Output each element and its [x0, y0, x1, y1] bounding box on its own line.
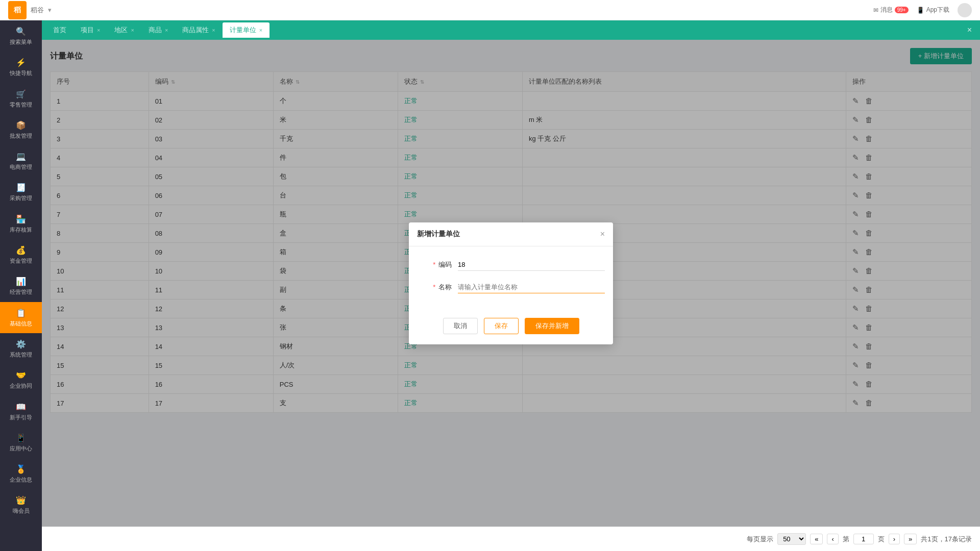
tab-goods-close[interactable]: × — [165, 27, 168, 33]
next-page-btn[interactable]: › — [889, 534, 900, 544]
message-btn[interactable]: ✉ 消息 99+ — [873, 6, 909, 14]
sidebar-item-label: 系统管理 — [10, 351, 32, 358]
page-content: 计量单位 + 新增计量单位 序号 编码 ⇅ 名称 ⇅ 状态 ⇅ 计量单位匹配的名… — [42, 40, 980, 527]
page-number-input[interactable] — [853, 534, 874, 544]
tab-region-label: 地区 — [114, 26, 128, 35]
sidebar-item-app-center[interactable]: 📱 应用中心 — [0, 427, 42, 458]
tab-project-close[interactable]: × — [97, 27, 100, 33]
add-unit-modal: 新增计量单位 × * 编码 * 名称 — [409, 222, 613, 344]
code-input[interactable] — [458, 259, 605, 271]
tab-unit-close[interactable]: × — [259, 27, 262, 33]
chart-icon: 📊 — [16, 277, 26, 286]
sidebar-item-label: 零售管理 — [10, 101, 32, 108]
gear-icon: ⚙️ — [16, 339, 26, 349]
sidebar-item-wholesale[interactable]: 📦 批发管理 — [0, 114, 42, 145]
sidebar-item-label: 企业信息 — [10, 476, 32, 483]
prev-page-btn[interactable]: ‹ — [827, 534, 838, 544]
sidebar-item-search[interactable]: 🔍 搜索菜单 — [0, 20, 42, 52]
header-right: ✉ 消息 99+ 📱 App下载 — [873, 3, 972, 17]
message-icon: ✉ — [873, 7, 878, 14]
required-star-2: * — [433, 283, 435, 291]
sidebar-item-label: 基础信息 — [10, 320, 32, 327]
sidebar-item-quick-nav[interactable]: ⚡ 快捷导航 — [0, 52, 42, 83]
sidebar-item-member[interactable]: 👑 嗨会员 — [0, 489, 42, 520]
receipt-icon: 🧾 — [16, 183, 26, 192]
sidebar-item-basic-info[interactable]: 📋 基础信息 — [0, 302, 42, 333]
sidebar-item-purchase[interactable]: 🧾 采购管理 — [0, 177, 42, 208]
sidebar-item-label: 资金管理 — [10, 257, 32, 264]
search-icon: 🔍 — [16, 27, 26, 36]
mobile-icon: 📱 — [16, 433, 26, 443]
modal-overlay: 新增计量单位 × * 编码 * 名称 — [42, 40, 980, 527]
warehouse-icon: 🏪 — [16, 214, 26, 224]
content-area: 首页 项目 × 地区 × 商品 × 商品属性 × 计量单位 × × — [42, 20, 980, 551]
first-page-btn[interactable]: « — [810, 534, 823, 544]
logo-dropdown-icon[interactable]: ▾ — [48, 6, 52, 14]
sidebar-item-retail[interactable]: 🛒 零售管理 — [0, 83, 42, 114]
sidebar-item-label: 经营管理 — [10, 288, 32, 295]
sidebar-item-finance[interactable]: 💰 资金管理 — [0, 239, 42, 270]
tab-goods[interactable]: 商品 × — [141, 22, 175, 38]
save-button[interactable]: 保存 — [484, 318, 519, 334]
crown-icon: 👑 — [16, 495, 26, 505]
form-code-row: * 编码 — [417, 259, 605, 271]
message-label: 消息 — [880, 6, 893, 14]
tab-unit-label: 计量单位 — [230, 26, 256, 35]
tab-goods-attr-label: 商品属性 — [182, 26, 209, 35]
form-name-row: * 名称 — [417, 281, 605, 293]
tab-unit[interactable]: 计量单位 × — [223, 22, 270, 38]
tab-project[interactable]: 项目 × — [74, 22, 107, 38]
tab-goods-attr[interactable]: 商品属性 × — [175, 22, 222, 38]
cart-icon: 🛒 — [16, 89, 26, 99]
logo-area: 稻 稻谷 ▾ — [8, 1, 52, 19]
last-page-btn[interactable]: » — [904, 534, 917, 544]
page-suffix: 页 — [878, 535, 885, 544]
tab-goods-label: 商品 — [149, 26, 162, 35]
tab-project-label: 项目 — [81, 26, 94, 35]
sidebar-item-enterprise[interactable]: 🏅 企业信息 — [0, 458, 42, 489]
sidebar-item-ops[interactable]: 📊 经营管理 — [0, 270, 42, 302]
sidebar-item-label: 搜索菜单 — [10, 38, 32, 45]
sidebar-item-label: 批发管理 — [10, 132, 32, 139]
app-download-btn[interactable]: 📱 App下载 — [917, 6, 949, 14]
sidebar-item-sys[interactable]: ⚙️ 系统管理 — [0, 333, 42, 364]
sidebar-item-biz-agreement[interactable]: 🤝 企业协同 — [0, 364, 42, 395]
sidebar-item-label: 嗨会员 — [13, 507, 30, 514]
form-code-label: * 编码 — [417, 260, 458, 269]
tab-home-label: 首页 — [53, 26, 66, 35]
clipboard-icon: 📋 — [16, 308, 26, 318]
logo-text: 稻谷 — [31, 6, 44, 15]
handshake-icon: 🤝 — [16, 370, 26, 380]
app-label: App下载 — [926, 6, 949, 14]
tab-close-all-btn[interactable]: × — [963, 23, 976, 37]
modal-footer: 取消 保存 保存并新增 — [409, 312, 613, 344]
modal-title: 新增计量单位 — [417, 230, 460, 239]
modal-close-btn[interactable]: × — [600, 230, 605, 239]
pagination-bar: 每页显示 50 100 200 « ‹ 第 页 › » 共1页，17条记录 — [42, 527, 980, 551]
modal-header: 新增计量单位 × — [409, 222, 613, 246]
sidebar-item-label: 企业协同 — [10, 382, 32, 389]
name-input[interactable] — [458, 281, 605, 293]
cancel-button[interactable]: 取消 — [443, 318, 478, 334]
tab-region[interactable]: 地区 × — [107, 22, 141, 38]
tab-goods-attr-close[interactable]: × — [212, 27, 215, 33]
message-badge: 99+ — [895, 7, 909, 13]
logo-icon: 稻 — [8, 1, 27, 19]
sidebar-item-label: 电商管理 — [10, 163, 32, 170]
save-new-button[interactable]: 保存并新增 — [525, 318, 579, 334]
sidebar-item-inventory[interactable]: 🏪 库存核算 — [0, 208, 42, 239]
sidebar-item-label: 新手引导 — [10, 414, 32, 421]
app-icon: 📱 — [917, 7, 924, 14]
sidebar-item-newbie[interactable]: 📖 新手引导 — [0, 396, 42, 427]
lightning-icon: ⚡ — [16, 58, 26, 67]
per-page-select[interactable]: 50 100 200 — [777, 533, 806, 545]
sidebar-item-ecom[interactable]: 💻 电商管理 — [0, 145, 42, 177]
tab-region-close[interactable]: × — [131, 27, 134, 33]
box-icon: 📦 — [16, 120, 26, 130]
sidebar-item-label: 采购管理 — [10, 194, 32, 202]
main-layout: 🔍 搜索菜单 ⚡ 快捷导航 🛒 零售管理 📦 批发管理 💻 电商管理 🧾 采购管… — [0, 20, 980, 551]
monitor-icon: 💻 — [16, 152, 26, 161]
sidebar: 🔍 搜索菜单 ⚡ 快捷导航 🛒 零售管理 📦 批发管理 💻 电商管理 🧾 采购管… — [0, 20, 42, 551]
tab-home[interactable]: 首页 — [46, 22, 74, 38]
avatar[interactable] — [958, 3, 972, 17]
